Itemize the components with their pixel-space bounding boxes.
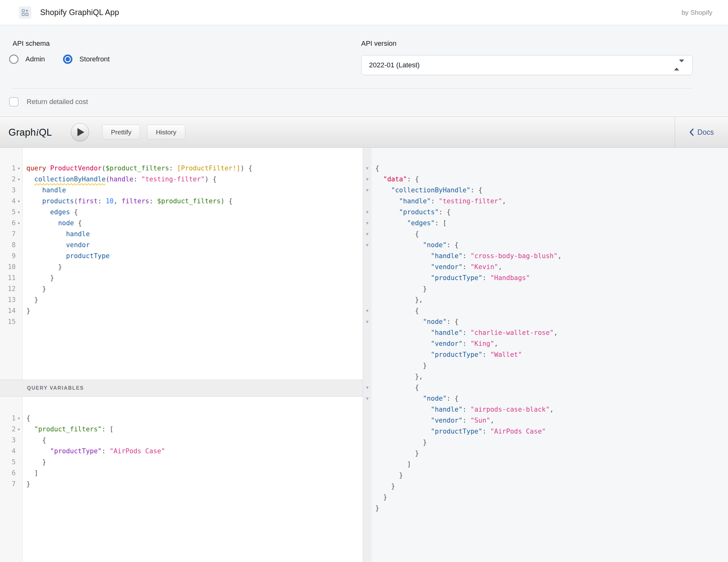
code-line: } <box>363 448 728 459</box>
line-number: 5 <box>0 207 16 218</box>
code-line: } <box>363 492 728 503</box>
fold-arrow-icon[interactable]: ▼ <box>363 305 372 316</box>
docs-toggle[interactable]: Docs <box>675 117 728 148</box>
api-version-select[interactable]: 2022-01 (Latest) <box>361 55 693 75</box>
fold-spacer <box>363 448 372 459</box>
fold-spacer <box>363 481 372 492</box>
fold-spacer <box>363 404 372 415</box>
code-text: "handle": "charlie-wallet-rose", <box>372 327 558 338</box>
line-number: 15 <box>0 316 16 327</box>
line-number: 3 <box>0 435 16 446</box>
fold-arrow-icon[interactable]: ▾ <box>16 413 22 424</box>
radio-admin[interactable]: Admin <box>9 55 45 64</box>
line-number: 13 <box>0 294 16 305</box>
api-schema-radio-group: Admin Storefront <box>9 55 128 64</box>
code-text: "productType": "Wallet" <box>372 349 522 360</box>
code-line: ▼ { <box>363 305 728 316</box>
code-text: } <box>372 470 403 481</box>
line-gutter: 5 <box>0 457 23 468</box>
code-text: ] <box>23 468 38 479</box>
fold-spacer <box>363 459 372 470</box>
code-line: "vendor": "Sun", <box>363 415 728 426</box>
code-line: ▼ { <box>363 382 728 393</box>
code-line: "productType": "Handbags" <box>363 273 728 283</box>
code-line: "vendor": "King", <box>363 338 728 349</box>
fold-spacer <box>363 492 372 503</box>
fold-arrow-icon[interactable]: ▼ <box>363 218 372 229</box>
line-number: 3 <box>0 185 16 196</box>
code-line: 4▾ products(first: 10, filters: $product… <box>0 196 363 207</box>
code-line: 11 } <box>0 273 363 283</box>
select-caret-icon <box>674 62 684 68</box>
app-grid-icon <box>19 6 31 19</box>
code-text: "node": { <box>372 240 459 251</box>
detailed-cost-checkbox[interactable] <box>9 97 18 107</box>
code-text: }, <box>372 371 423 382</box>
query-editor[interactable]: 1▾query ProductVendor($product_filters: … <box>0 148 363 380</box>
code-line: }, <box>363 294 728 305</box>
code-text: } <box>23 305 30 316</box>
fold-arrow-icon[interactable]: ▼ <box>363 382 372 393</box>
code-line: 15 <box>0 316 363 327</box>
fold-arrow-icon[interactable]: ▾ <box>16 196 22 207</box>
line-number: 1 <box>0 413 16 424</box>
code-line: "vendor": "Kevin", <box>363 262 728 273</box>
code-text: } <box>23 283 46 294</box>
radio-storefront-circle[interactable] <box>63 55 72 64</box>
fold-spacer <box>363 503 372 514</box>
code-line: } <box>363 360 728 371</box>
docs-label: Docs <box>697 128 714 137</box>
fold-arrow-icon[interactable]: ▼ <box>363 229 372 240</box>
line-gutter: 9 <box>0 251 23 262</box>
fold-arrow-icon[interactable]: ▼ <box>363 240 372 251</box>
fold-arrow-icon[interactable]: ▼ <box>363 393 372 404</box>
prettify-button[interactable]: Prettify <box>102 125 140 140</box>
code-text: handle <box>23 185 66 196</box>
graphiql-logo: GraphiQL <box>8 127 52 138</box>
line-gutter: 4▾ <box>0 196 23 207</box>
fold-arrow-icon[interactable]: ▾ <box>16 218 22 229</box>
code-text: vendor <box>23 240 90 251</box>
code-text: } <box>372 448 419 459</box>
fold-arrow-icon[interactable]: ▼ <box>363 163 372 174</box>
code-line: 2▾ collectionByHandle(handle: "testing-f… <box>0 174 363 185</box>
query-variables-editor[interactable]: 1▾{2▾ "product_filters": [3 {4 "productT… <box>0 396 363 562</box>
line-number: 2 <box>0 424 16 435</box>
code-line: "handle": "testing-filter", <box>363 196 728 207</box>
code-line: 1▾{ <box>0 413 363 424</box>
line-number: 4 <box>0 196 16 207</box>
line-gutter: 1▾ <box>0 413 23 424</box>
fold-spacer <box>363 294 372 305</box>
code-text: { <box>23 435 46 446</box>
code-line: 10 } <box>0 262 363 273</box>
fold-arrow-icon[interactable]: ▼ <box>363 316 372 327</box>
code-line: } <box>363 283 728 294</box>
execute-query-button[interactable] <box>71 123 89 141</box>
code-text <box>23 316 26 327</box>
fold-spacer <box>363 470 372 481</box>
code-line: } <box>363 437 728 448</box>
radio-admin-circle[interactable] <box>9 55 18 64</box>
fold-arrow-icon[interactable]: ▼ <box>363 185 372 196</box>
fold-arrow-icon[interactable]: ▾ <box>16 174 22 185</box>
history-button[interactable]: History <box>147 125 185 140</box>
line-number: 10 <box>0 262 16 273</box>
line-number: 5 <box>0 457 16 468</box>
code-text: "product_filters": [ <box>23 424 113 435</box>
fold-arrow-icon[interactable]: ▼ <box>363 207 372 218</box>
code-text: "products": { <box>372 207 451 218</box>
query-variables-header[interactable]: QUERY VARIABLES <box>0 380 363 396</box>
fold-arrow-icon[interactable]: ▾ <box>16 424 22 435</box>
code-line: }, <box>363 371 728 382</box>
radio-storefront[interactable]: Storefront <box>63 55 110 64</box>
code-text: "productType": "Handbags" <box>372 273 530 283</box>
line-gutter: 5▾ <box>0 207 23 218</box>
fold-arrow-icon[interactable]: ▾ <box>16 207 22 218</box>
fold-arrow-icon[interactable]: ▾ <box>16 163 22 174</box>
code-text: handle <box>23 229 90 240</box>
code-line: ▼ "collectionByHandle": { <box>363 185 728 196</box>
code-text: { <box>23 413 30 424</box>
page-title: Shopify GraphiQL App <box>40 8 119 17</box>
fold-arrow-icon[interactable]: ▼ <box>363 174 372 185</box>
line-number: 2 <box>0 174 16 185</box>
